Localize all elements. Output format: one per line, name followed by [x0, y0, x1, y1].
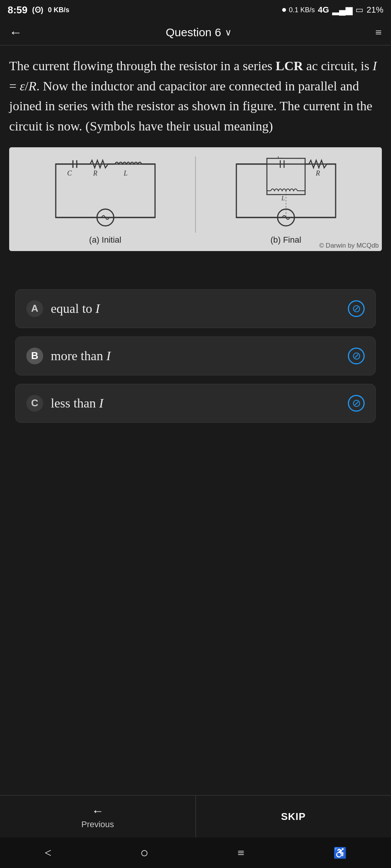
- bottom-spacer: [9, 439, 382, 511]
- option-a-label: A: [26, 300, 43, 317]
- header-bar: ← Question 6 ∨ ≡: [0, 20, 391, 45]
- option-b-text: more than I: [51, 349, 111, 363]
- nav-buttons: ← Previous SKIP: [0, 796, 391, 837]
- question-text: The current flowing through the resistor…: [9, 56, 382, 137]
- svg-text:C: C: [67, 169, 72, 177]
- system-back-icon[interactable]: <: [44, 846, 51, 860]
- battery-label: 21%: [367, 5, 383, 15]
- previous-button[interactable]: ← Previous: [0, 796, 196, 837]
- status-network-type: 4G: [318, 5, 329, 15]
- circuit-svg-initial: C R L: [52, 156, 159, 233]
- svg-text:R: R: [93, 169, 97, 177]
- circuit-diagram: C R L (a) Initial: [9, 147, 382, 251]
- svg-text:C: C: [278, 156, 282, 160]
- status-bar: 8:59 (ʘ) 0 KB/s 0.1 KB/s 4G ▂▄▆ ▭ 21%: [0, 0, 391, 20]
- skip-button[interactable]: SKIP: [196, 796, 391, 837]
- circuit-label-a: (a) Initial: [89, 235, 121, 245]
- previous-arrow-icon: ←: [92, 804, 104, 818]
- back-button[interactable]: ←: [9, 25, 22, 40]
- system-home-icon[interactable]: ○: [140, 845, 149, 861]
- skip-label: SKIP: [281, 811, 306, 823]
- dropdown-icon[interactable]: ∨: [225, 27, 232, 38]
- option-b-card[interactable]: B more than I ⊘: [15, 337, 376, 375]
- option-a-text: equal to I: [51, 301, 100, 316]
- diagram-options-spacer: [9, 262, 382, 282]
- circuit-label-b: (b) Final: [270, 235, 301, 245]
- options-area: A equal to I ⊘ B more than I ⊘ C less th…: [9, 282, 382, 439]
- system-recents-icon[interactable]: ≡: [238, 846, 244, 860]
- option-c-icon: ⊘: [348, 395, 365, 412]
- svg-text:L: L: [123, 169, 128, 177]
- circuit-initial: C R L (a) Initial: [15, 156, 195, 245]
- circuit-svg-final: C L R: [233, 156, 339, 233]
- header-title-area: Question 6 ∨: [166, 26, 232, 39]
- option-c-text: less than I: [51, 396, 103, 411]
- circuit-final: C L R: [196, 156, 376, 245]
- menu-icon[interactable]: ≡: [375, 26, 382, 39]
- status-network-icon: (ʘ): [32, 5, 43, 14]
- option-b-left: B more than I: [26, 348, 111, 364]
- option-c-left: C less than I: [26, 395, 103, 412]
- copyright-text: © Darwin by MCQdb: [319, 242, 379, 250]
- header-title: Question 6: [166, 26, 221, 39]
- svg-text:R: R: [315, 169, 320, 177]
- option-c-label: C: [26, 395, 43, 412]
- signal-dot: [282, 8, 286, 12]
- system-accessibility-icon[interactable]: ♿: [333, 847, 347, 859]
- svg-text:L: L: [281, 195, 285, 201]
- option-a-card[interactable]: A equal to I ⊘: [15, 289, 376, 328]
- option-a-left: A equal to I: [26, 300, 100, 317]
- option-b-icon: ⊘: [348, 348, 365, 364]
- signal-bars-icon: ▂▄▆: [332, 5, 352, 15]
- status-time: 8:59: [8, 4, 27, 16]
- option-b-label: B: [26, 348, 43, 364]
- system-nav-bar: < ○ ≡ ♿: [0, 837, 391, 868]
- status-right-area: 0.1 KB/s 4G ▂▄▆ ▭ 21%: [282, 5, 383, 15]
- option-c-card[interactable]: C less than I ⊘: [15, 384, 376, 423]
- option-a-icon: ⊘: [348, 300, 365, 317]
- bottom-nav: ← Previous SKIP < ○ ≡ ♿: [0, 795, 391, 868]
- previous-label: Previous: [81, 820, 114, 829]
- content-area: The current flowing through the resistor…: [0, 45, 391, 519]
- battery-icon: ▭: [355, 5, 364, 15]
- status-time-area: 8:59 (ʘ) 0 KB/s: [8, 4, 69, 16]
- status-signal-label: 0.1 KB/s: [289, 6, 315, 14]
- status-network-label: 0 KB/s: [48, 6, 69, 14]
